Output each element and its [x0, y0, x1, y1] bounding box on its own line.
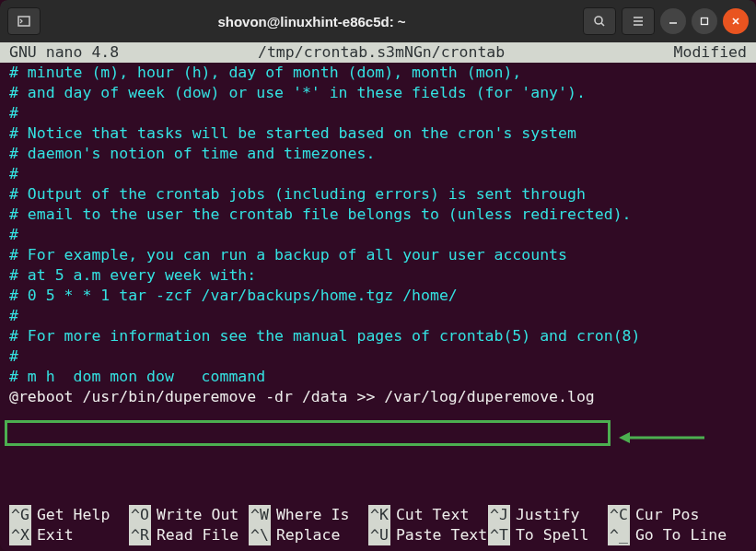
shortcut-key: ^O — [129, 505, 151, 525]
shortcut-label: Paste Text — [396, 525, 487, 545]
editor-line: # 0 5 * * 1 tar -zcf /var/backups/home.t… — [9, 286, 747, 306]
nano-filepath: /tmp/crontab.s3mNGn/crontab — [258, 42, 674, 63]
shortcut-key: ^K — [368, 505, 390, 525]
svg-rect-7 — [702, 18, 708, 25]
shortcut-label: Exit — [37, 525, 74, 545]
footer-shortcut-justify: ^JJustify — [488, 505, 608, 525]
terminal-tab-icon — [17, 14, 31, 29]
shortcut-label: Replace — [276, 525, 341, 545]
editor-line: # — [9, 346, 747, 367]
footer-shortcut-help: ^GGet Help — [9, 505, 129, 525]
footer-shortcut-whereis: ^WWhere Is — [249, 505, 368, 525]
footer-shortcut-pastetext: ^UPaste Text — [368, 525, 488, 545]
shortcut-label: Cur Pos — [635, 505, 700, 525]
footer-shortcut-replace: ^\Replace — [249, 525, 368, 545]
footer-shortcut-cuttext: ^KCut Text — [368, 505, 488, 525]
shortcut-label: To Spell — [516, 525, 588, 545]
editor-line: # — [9, 225, 747, 245]
editor-line: # Output of the crontab jobs (including … — [9, 184, 747, 205]
editor-line: # Notice that tasks will be started base… — [9, 123, 747, 144]
minimize-button[interactable] — [660, 8, 686, 34]
editor-content[interactable]: # minute (m), hour (h), day of month (do… — [0, 63, 756, 407]
shortcut-key: ^J — [488, 505, 510, 525]
annotation-arrow-icon — [617, 428, 709, 447]
footer-shortcut-tospell: ^TTo Spell — [488, 525, 608, 545]
footer-shortcut-readfile: ^RRead File — [129, 525, 249, 545]
new-tab-button[interactable] — [7, 7, 41, 35]
search-button[interactable] — [583, 7, 616, 35]
shortcut-label: Write Out — [157, 505, 238, 525]
footer-shortcut-writeout: ^OWrite Out — [129, 505, 249, 525]
annotation-highlight-box — [5, 420, 611, 446]
editor-line: # at 5 a.m every week with: — [9, 265, 747, 286]
nano-footer: ^GGet Help ^OWrite Out ^WWhere Is ^KCut … — [9, 505, 747, 545]
editor-line: # — [9, 164, 747, 184]
svg-point-1 — [595, 17, 602, 24]
menu-button[interactable] — [622, 7, 655, 35]
hamburger-icon — [631, 14, 646, 29]
shortcut-key: ^C — [608, 505, 630, 525]
search-icon — [592, 14, 607, 29]
shortcut-label: Get Help — [37, 505, 110, 525]
editor-line: # and day of week (dow) or use '*' in th… — [9, 83, 747, 103]
shortcut-label: Read File — [157, 525, 238, 545]
editor-line: # For example, you can run a backup of a… — [9, 245, 747, 265]
shortcut-key: ^X — [9, 525, 31, 545]
close-icon — [731, 17, 740, 26]
maximize-button[interactable] — [692, 8, 717, 34]
close-button[interactable] — [723, 8, 749, 34]
shortcut-key: ^G — [9, 505, 31, 525]
editor-line: # daemon's notion of time and timezones. — [9, 144, 747, 164]
nano-header: GNU nano 4.8 /tmp/crontab.s3mNGn/crontab… — [0, 42, 756, 63]
svg-rect-0 — [18, 17, 29, 26]
editor-active-line: @reboot /usr/bin/duperemove -dr /data >>… — [9, 387, 747, 407]
nano-status: Modified — [674, 42, 747, 63]
editor-line: # For more information see the manual pa… — [9, 326, 747, 346]
shortcut-key: ^T — [488, 525, 510, 545]
editor-line: # m h dom mon dow command — [9, 367, 747, 387]
window-title: shovon@linuxhint-e86c5d: ~ — [48, 14, 576, 29]
window-titlebar: shovon@linuxhint-e86c5d: ~ — [0, 0, 756, 42]
shortcut-label: Cut Text — [396, 505, 469, 525]
terminal-body[interactable]: GNU nano 4.8 /tmp/crontab.s3mNGn/crontab… — [0, 42, 756, 551]
footer-shortcut-exit: ^XExit — [9, 525, 129, 545]
shortcut-key: ^_ — [608, 525, 630, 545]
shortcut-label: Justify — [516, 505, 580, 525]
footer-row: ^XExit ^RRead File ^\Replace ^UPaste Tex… — [9, 525, 747, 545]
maximize-icon — [700, 17, 709, 26]
shortcut-label: Where Is — [276, 505, 349, 525]
footer-shortcut-gotoline: ^_Go To Line — [608, 525, 727, 545]
shortcut-key: ^\ — [249, 525, 271, 545]
editor-line: # — [9, 103, 747, 123]
shortcut-key: ^W — [249, 505, 271, 525]
shortcut-key: ^R — [129, 525, 151, 545]
editor-line: # email to the user the crontab file bel… — [9, 205, 747, 225]
minimize-icon — [669, 17, 678, 26]
footer-row: ^GGet Help ^OWrite Out ^WWhere Is ^KCut … — [9, 505, 747, 525]
svg-line-2 — [601, 23, 604, 26]
nano-app-name: GNU nano 4.8 — [9, 42, 258, 63]
footer-shortcut-curpos: ^CCur Pos — [608, 505, 727, 525]
editor-line: # — [9, 306, 747, 326]
shortcut-key: ^U — [368, 525, 390, 545]
editor-line: # minute (m), hour (h), day of month (do… — [9, 63, 747, 83]
svg-marker-11 — [619, 432, 630, 443]
shortcut-label: Go To Line — [635, 525, 727, 545]
